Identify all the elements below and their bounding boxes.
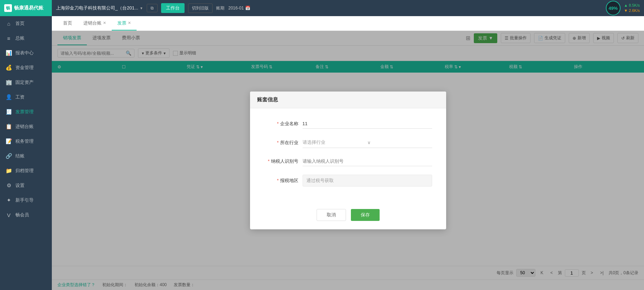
sidebar-item-funds[interactable]: 💰 资金管理 <box>0 60 52 75</box>
nav-tabs: 首页 进销台账 ✕ 发票 ✕ <box>52 16 644 31</box>
sidebar-item-tax-mgmt[interactable]: 📝 税务管理 <box>0 134 52 149</box>
required-star: * <box>277 121 279 126</box>
vip-icon: V <box>6 212 12 218</box>
sidebar-item-label: 归档管理 <box>15 168 34 174</box>
logo-icon: 畅 <box>4 4 12 12</box>
save-button[interactable]: 保存 <box>351 209 380 221</box>
sidebar-item-reports[interactable]: 📊 报表中心 <box>0 46 52 60</box>
tab-close-invoice[interactable]: ✕ <box>128 21 131 25</box>
sidebar-item-label: 首页 <box>15 20 25 27</box>
workbench-button[interactable]: 工作台 <box>161 3 185 13</box>
sidebar-item-label: 畅会员 <box>15 212 29 218</box>
funds-icon: 💰 <box>6 65 12 71</box>
sidebar: 畅 畅康通易代账 ⌂ 首页 ≡ 总账 📊 报表中心 💰 资金管理 🏢 固定资产 … <box>0 0 52 290</box>
sidebar-item-label: 工资 <box>15 94 25 100</box>
sidebar-item-label: 总账 <box>15 35 25 41</box>
purchase-sales-icon: 📋 <box>6 123 12 130</box>
calendar-icon[interactable]: 📅 <box>245 6 250 11</box>
sidebar-item-label: 结账 <box>15 153 25 159</box>
form-row-tax-id: * 纳税人识别号 <box>264 156 432 166</box>
app-logo: 畅 畅康通易代账 <box>0 0 52 16</box>
modal-overlay: 账套信息 * 企业名称 * 所在行业 <box>52 31 644 290</box>
home-icon: ⌂ <box>6 21 12 27</box>
tab-purchase-sales[interactable]: 进销台账 ✕ <box>78 16 112 31</box>
sidebar-item-guide[interactable]: ✦ 新手引导 <box>0 193 52 208</box>
tax-mgmt-icon: 📝 <box>6 138 12 144</box>
copy-button[interactable]: ⧉ <box>147 4 158 12</box>
tax-id-label: * 纳税人识别号 <box>264 158 303 164</box>
tab-invoice[interactable]: 发票 ✕ <box>112 16 137 31</box>
company-dropdown-icon[interactable]: ▼ <box>140 6 143 10</box>
sidebar-item-ledger[interactable]: ≡ 总账 <box>0 31 52 46</box>
company-name-label: * 企业名称 <box>264 121 303 127</box>
sidebar-item-settings[interactable]: ⚙ 设置 <box>0 178 52 193</box>
topbar: 上海卯金刀电子科技有限公司_（台201... ▼ ⧉ 工作台 切到旧版 账期 2… <box>52 0 644 16</box>
guide-icon: ✦ <box>6 197 12 203</box>
industry-label: * 所在行业 <box>264 140 303 146</box>
content-area: 销项发票 进项发票 费用小票 ⊞ 发票 ▼ ☰ 批量操作 <box>52 31 644 290</box>
company-name-input[interactable] <box>303 119 432 129</box>
sidebar-item-vip[interactable]: V 畅会员 <box>0 208 52 222</box>
network-stats: ▲ 8.5K/s ▼ 2.6K/s <box>624 3 640 14</box>
sidebar-item-label: 发票管理 <box>15 109 34 115</box>
company-name: 上海卯金刀电子科技有限公司_（台201... ▼ <box>56 5 143 11</box>
download-speed: ▼ 2.6K/s <box>624 8 640 13</box>
settings-icon: ⚙ <box>6 182 12 189</box>
sidebar-item-label: 税务管理 <box>15 138 34 144</box>
upload-speed: ▲ 8.5K/s <box>624 3 640 8</box>
copy-icon: ⧉ <box>151 6 154 11</box>
required-star-tax: * <box>268 159 270 164</box>
app-name: 畅康通易代账 <box>14 5 43 11</box>
tax-region-field: 通过税号获取 <box>303 175 432 187</box>
tab-home[interactable]: 首页 <box>57 16 78 31</box>
ledger-icon: ≡ <box>6 35 12 41</box>
cancel-button[interactable]: 取消 <box>317 209 346 221</box>
modal-title: 账套信息 <box>250 92 446 108</box>
account-info-modal: 账套信息 * 企业名称 * 所在行业 <box>250 92 446 229</box>
switch-old-button[interactable]: 切到旧版 <box>188 4 213 13</box>
sidebar-item-label: 资金管理 <box>15 65 34 71</box>
sidebar-item-label: 进销台账 <box>15 123 34 130</box>
payroll-icon: 👤 <box>6 94 12 100</box>
sidebar-item-invoice-mgmt[interactable]: 🧾 发票管理 <box>0 104 52 119</box>
industry-dropdown-icon: ∨ <box>367 140 432 145</box>
reports-icon: 📊 <box>6 50 12 56</box>
invoice-mgmt-icon: 🧾 <box>6 109 12 115</box>
sidebar-item-label: 报表中心 <box>15 50 34 56</box>
sidebar-item-label: 新手引导 <box>15 197 34 203</box>
sidebar-item-assets[interactable]: 🏢 固定资产 <box>0 75 52 90</box>
sidebar-item-label: 固定资产 <box>15 79 34 86</box>
form-row-industry: * 所在行业 请选择行业 ∨ <box>264 137 432 148</box>
sidebar-item-payroll[interactable]: 👤 工资 <box>0 90 52 104</box>
performance-indicator: 49% <box>606 1 621 15</box>
main-area: 上海卯金刀电子科技有限公司_（台201... ▼ ⧉ 工作台 切到旧版 账期 2… <box>52 0 644 290</box>
sidebar-item-purchase-sales[interactable]: 📋 进销台账 <box>0 119 52 134</box>
required-star-industry: * <box>277 140 279 145</box>
close-account-icon: 🔗 <box>6 153 12 159</box>
tax-region-label: * 报税地区 <box>264 177 303 184</box>
sidebar-item-label: 设置 <box>15 182 25 189</box>
modal-footer: 取消 保存 <box>250 205 446 229</box>
modal-body: * 企业名称 * 所在行业 请选择行业 ∨ <box>250 108 446 205</box>
period-info: 账期 2016-01 📅 <box>216 5 250 11</box>
sidebar-item-archive[interactable]: 📁 归档管理 <box>0 163 52 178</box>
assets-icon: 🏢 <box>6 79 12 86</box>
form-row-tax-region: * 报税地区 通过税号获取 <box>264 175 432 187</box>
archive-icon: 📁 <box>6 168 12 174</box>
tab-close-purchase-sales[interactable]: ✕ <box>103 21 106 25</box>
sidebar-item-close-account[interactable]: 🔗 结账 <box>0 149 52 163</box>
sidebar-item-home[interactable]: ⌂ 首页 <box>0 16 52 31</box>
required-star-region: * <box>277 178 279 183</box>
industry-select[interactable]: 请选择行业 ∨ <box>303 137 432 148</box>
tax-id-input[interactable] <box>303 156 432 166</box>
form-row-company-name: * 企业名称 <box>264 119 432 129</box>
